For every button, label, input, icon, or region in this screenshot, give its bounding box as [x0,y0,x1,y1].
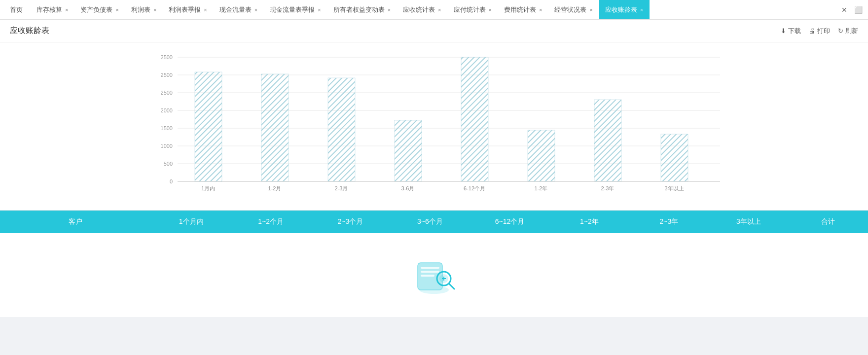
tab-label-operation-status: 经营状况表 [554,5,586,14]
bar-6-12月 [461,57,488,181]
page-title: 应收账龄表 [10,26,49,36]
svg-text:2500: 2500 [161,90,173,96]
tab-label-balance-sheet: 资产负债表 [80,5,112,14]
empty-state-icon [407,253,461,297]
svg-text:1月内: 1月内 [201,185,215,191]
svg-text:2500: 2500 [161,72,173,78]
svg-text:1500: 1500 [161,125,173,131]
svg-text:0: 0 [170,178,173,184]
svg-text:1000: 1000 [161,143,173,149]
tab-ar-aging[interactable]: 应收账龄表× [599,0,650,20]
table-col-4: 3~6个月 [390,211,470,233]
tab-ar-stats[interactable]: 应收统计表× [397,0,447,20]
svg-text:6-12个月: 6-12个月 [464,185,485,191]
download-icon: ⬇ [781,27,786,35]
tab-bar: 首页 库存核算×资产负债表×利润表×利润表季报×现金流量表×现金流量表季报×所有… [0,0,868,20]
svg-line-33 [449,284,454,289]
tab-close-equity[interactable]: × [388,7,391,13]
svg-text:2-3年: 2-3年 [601,185,615,191]
table-col-7: 2~3年 [629,211,709,233]
tab-home[interactable]: 首页 [2,5,31,14]
table-col-8: 3年以上 [709,211,788,233]
tab-label-profit-quarterly: 利润表季报 [169,5,201,14]
table-col-0: 客户 [0,211,151,233]
tab-close-balance-sheet[interactable]: × [115,7,118,13]
tab-close-ar-aging[interactable]: × [640,7,643,13]
tab-profit[interactable]: 利润表× [125,0,163,20]
table-col-2: 1~2个月 [231,211,310,233]
svg-rect-29 [421,271,439,273]
svg-text:1-2年: 1-2年 [535,185,548,191]
table-header: 客户1个月内1~2个月2~3个月3~6个月6~12个月1~2年2~3年3年以上合… [0,211,868,233]
bar-chart: 2500 2500 2500 2000 1500 1000 500 0 1月内 … [20,52,848,200]
tab-operation-status[interactable]: 经营状况表× [548,0,599,20]
bar-3年以上 [661,134,688,181]
tab-close-cashflow-quarterly[interactable]: × [318,7,321,13]
svg-text:2000: 2000 [161,107,173,113]
bar-2-3年 [594,100,621,181]
table-col-5: 6~12个月 [470,211,549,233]
window-controls: ✕ ⬜ [840,6,866,14]
tab-ap-stats[interactable]: 应付统计表× [448,0,498,20]
svg-rect-30 [421,275,434,277]
tab-close-ar-stats[interactable]: × [438,7,441,13]
tab-close-profit-quarterly[interactable]: × [204,7,207,13]
tab-close-ap-stats[interactable]: × [489,7,492,13]
tab-expense-stats[interactable]: 费用统计表× [498,0,548,20]
table-col-1: 1个月内 [151,211,231,233]
page-header: 应收账龄表 ⬇ 下载 🖨 打印 ↻ 刷新 [0,20,868,42]
chart-container: 2500 2500 2500 2000 1500 1000 500 0 1月内 … [20,52,848,200]
refresh-icon: ↻ [838,27,843,35]
tab-close-cashflow[interactable]: × [254,7,257,13]
tab-label-cashflow: 现金流量表 [219,5,252,14]
tab-close-profit[interactable]: × [153,7,156,13]
tab-inventory[interactable]: 库存核算× [31,0,74,20]
table-col-6: 1~2年 [549,211,629,233]
svg-rect-28 [421,267,439,269]
chart-area: 2500 2500 2500 2000 1500 1000 500 0 1月内 … [0,42,868,211]
tab-label-inventory: 库存核算 [36,5,62,14]
close-button[interactable]: ✕ [840,6,848,14]
table-col-3: 2~3个月 [311,211,390,233]
tab-close-inventory[interactable]: × [65,7,68,13]
bar-2-3月 [328,78,355,181]
svg-text:500: 500 [164,161,173,167]
bar-1-2月 [261,74,289,181]
table-col-9: 合计 [789,211,868,233]
tab-label-ap-stats: 应付统计表 [454,5,486,14]
main-content: 2500 2500 2500 2000 1500 1000 500 0 1月内 … [0,42,868,317]
svg-text:2-3月: 2-3月 [335,185,348,191]
tab-close-operation-status[interactable]: × [589,7,592,13]
bar-1月内 [195,72,222,181]
header-actions: ⬇ 下载 🖨 打印 ↻ 刷新 [781,27,858,36]
tab-label-ar-stats: 应收统计表 [403,5,435,14]
bar-1-2年 [528,130,555,181]
tab-profit-quarterly[interactable]: 利润表季报× [163,0,213,20]
svg-text:1-2月: 1-2月 [268,185,282,191]
tab-equity[interactable]: 所有者权益变动表× [327,0,397,20]
refresh-button[interactable]: ↻ 刷新 [838,27,858,36]
tab-label-expense-stats: 费用统计表 [504,5,536,14]
tab-label-cashflow-quarterly: 现金流量表季报 [270,5,315,14]
tab-cashflow-quarterly[interactable]: 现金流量表季报× [264,0,327,20]
print-icon: 🖨 [809,27,815,35]
tab-cashflow[interactable]: 现金流量表× [214,0,264,20]
svg-text:2500: 2500 [161,54,173,60]
tab-balance-sheet[interactable]: 资产负债表× [74,0,125,20]
tab-label-equity: 所有者权益变动表 [333,5,385,14]
bar-3-6月 [395,120,422,181]
tab-label-profit: 利润表 [131,5,150,14]
svg-text:3年以上: 3年以上 [664,185,684,191]
maximize-button[interactable]: ⬜ [854,6,862,14]
svg-text:3-6月: 3-6月 [401,185,415,191]
download-button[interactable]: ⬇ 下载 [781,27,801,36]
empty-state [0,233,868,317]
print-button[interactable]: 🖨 打印 [809,27,830,36]
tab-close-expense-stats[interactable]: × [539,7,542,13]
tab-label-ar-aging: 应收账龄表 [605,5,637,14]
